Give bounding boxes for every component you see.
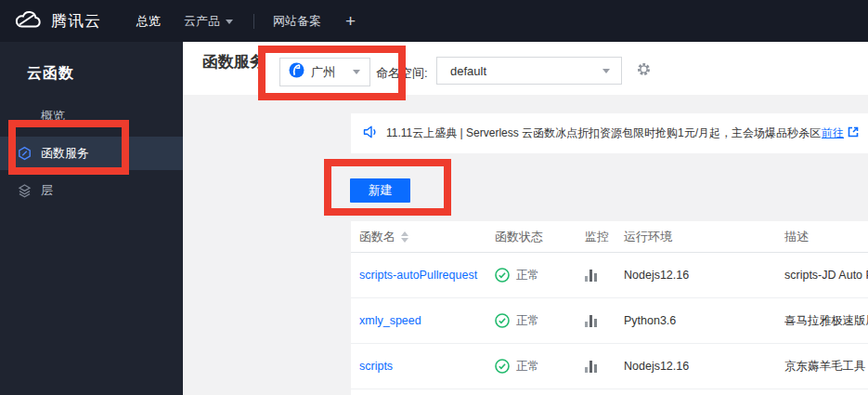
function-table: 函数名 函数状态 监控 运行环境 描述 scripts-autoPullrequ… xyxy=(351,221,868,395)
runtime-value: Nodejs12.16 xyxy=(624,269,784,282)
runtime-value: Nodejs12.16 xyxy=(624,360,784,373)
nav-products-label: 云产品 xyxy=(184,13,220,30)
cloud-logo-icon xyxy=(13,8,43,34)
col-monitor: 监控 xyxy=(585,229,624,245)
add-tab-button[interactable]: + xyxy=(345,11,356,32)
function-name-link[interactable]: scripts-autoPullrequest xyxy=(359,269,477,282)
sidebar-item-layers[interactable]: 层 xyxy=(0,174,183,207)
chevron-down-icon xyxy=(226,20,233,24)
table-row: scripts 正常 Nodejs12.16 京东薅羊毛工具 xyxy=(351,344,868,389)
chevron-down-icon xyxy=(353,70,360,74)
description-value: 京东薅羊毛工具 xyxy=(784,359,868,375)
table-row: scripts-autoPullrequest 正常 Nodejs12.16 s… xyxy=(351,253,868,298)
description-value: scripts-JD Auto P xyxy=(784,269,868,282)
nav-item-products[interactable]: 云产品 xyxy=(184,13,233,30)
namespace-select[interactable]: default xyxy=(436,57,622,85)
nav-item-overview[interactable]: 总览 xyxy=(136,13,161,30)
sidebar-item-overview[interactable]: 概览 xyxy=(0,99,183,133)
region-selector[interactable]: 广州 xyxy=(279,58,370,86)
status-badge: 正常 xyxy=(495,359,585,375)
col-function-name: 函数名 xyxy=(359,229,395,245)
sidebar: 云函数 概览 函数服务 层 xyxy=(0,42,183,395)
sidebar-menu: 概览 函数服务 层 xyxy=(0,99,183,207)
create-button[interactable]: 新建 xyxy=(350,178,410,203)
runtime-value: Python3.6 xyxy=(624,314,784,327)
grid-icon xyxy=(18,110,32,124)
monitor-chart-icon[interactable] xyxy=(585,269,624,282)
monitor-chart-icon[interactable] xyxy=(585,314,624,327)
sidebar-title: 云函数 xyxy=(0,42,183,84)
sort-icon[interactable] xyxy=(401,231,408,243)
col-runtime: 运行环境 xyxy=(624,229,784,245)
banner-text: 11.11云上盛典 | Serverless 云函数冰点折扣资源包限时抢购1元/… xyxy=(386,125,821,141)
sidebar-item-label: 函数服务 xyxy=(41,145,89,162)
monitor-chart-icon[interactable] xyxy=(585,360,624,373)
scf-hexagon-icon xyxy=(18,147,32,161)
region-label: 广州 xyxy=(311,64,335,81)
chevron-down-icon xyxy=(602,69,610,73)
brand-name: 腾讯云 xyxy=(51,10,101,32)
announcement-banner: 11.11云上盛典 | Serverless 云函数冰点折扣资源包限时抢购1元/… xyxy=(351,113,868,153)
external-link-icon[interactable] xyxy=(847,125,860,142)
layers-icon xyxy=(18,184,32,198)
nav-tab-icp[interactable]: 网站备案 xyxy=(273,13,321,30)
check-circle-icon xyxy=(495,313,510,328)
check-circle-icon xyxy=(495,359,510,374)
gear-icon[interactable] xyxy=(636,61,652,81)
sidebar-item-function-service[interactable]: 函数服务 xyxy=(0,137,183,170)
sidebar-item-label: 层 xyxy=(41,182,53,199)
sidebar-item-label: 概览 xyxy=(41,108,65,125)
page-title: 函数服务 xyxy=(202,51,266,72)
table-header-row: 函数名 函数状态 监控 运行环境 描述 xyxy=(351,221,868,253)
namespace-value: default xyxy=(450,64,486,78)
speaker-icon xyxy=(363,125,378,143)
check-circle-icon xyxy=(495,268,510,283)
status-badge: 正常 xyxy=(495,313,585,329)
col-status: 函数状态 xyxy=(495,229,585,245)
function-name-link[interactable]: scripts xyxy=(359,360,393,373)
globe-icon xyxy=(289,62,304,82)
col-description: 描述 xyxy=(784,229,868,245)
nav-divider xyxy=(253,14,254,29)
page-header: 函数服务 广州 命名空间: default xyxy=(183,42,868,95)
status-badge: 正常 xyxy=(495,268,585,283)
description-value: 喜马拉雅极速版刷 xyxy=(784,313,868,329)
namespace-label: 命名空间: xyxy=(376,65,428,82)
function-name-link[interactable]: xmly_speed xyxy=(359,314,421,327)
table-row: xmly_speed 正常 Python3.6 喜马拉雅极速版刷 xyxy=(351,298,868,344)
tencent-cloud-logo[interactable]: 腾讯云 xyxy=(13,8,101,34)
banner-go-link[interactable]: 前往 xyxy=(822,125,844,141)
top-nav: 腾讯云 总览 云产品 网站备案 + xyxy=(0,0,868,42)
